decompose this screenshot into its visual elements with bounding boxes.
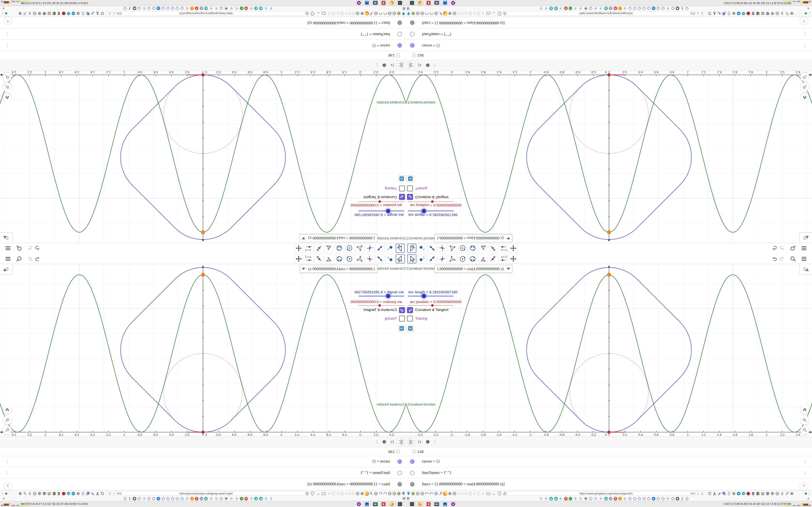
favicon-google[interactable]: G (594, 497, 598, 501)
favicon-geogebra[interactable] (123, 6, 127, 10)
favicon-geogebra[interactable] (685, 6, 689, 10)
algebra-tree-view-icon[interactable] (408, 61, 415, 69)
shield-icon[interactable] (310, 11, 315, 16)
favicon-geogebra[interactable] (166, 497, 170, 501)
slider-track[interactable] (408, 201, 454, 202)
favicon-globe-teal[interactable]: ◎ (604, 497, 608, 501)
favicon-f-red[interactable]: f (680, 497, 684, 501)
favicon-google[interactable]: G (185, 6, 189, 10)
gear-icon[interactable] (424, 438, 431, 445)
fx-icon[interactable]: ƒx (389, 438, 396, 445)
url-bar[interactable]: https://www.geogebra.org/classic/aagcxh3… (107, 491, 305, 496)
favicon-google[interactable]: G (539, 6, 543, 10)
favicon-google[interactable]: G (623, 497, 627, 501)
gauge-icon[interactable] (378, 492, 383, 496)
visibility-marble-icon[interactable] (398, 482, 402, 487)
undo-icon[interactable] (34, 244, 42, 252)
slider-track[interactable] (408, 210, 454, 212)
favicon-f-red[interactable]: f (680, 6, 684, 10)
favicon-geogebra[interactable] (661, 6, 665, 10)
taskbar-app-firefox[interactable] (418, 0, 423, 6)
tool-reflect-about-line-button[interactable] (489, 254, 498, 264)
arc-length-slider[interactable] (358, 210, 404, 212)
favicon-geogebra[interactable] (171, 6, 174, 10)
redo-icon[interactable] (26, 255, 34, 263)
back-arrow-icon[interactable]: ← (492, 11, 496, 16)
globe-color-icon[interactable] (52, 12, 56, 16)
slider-track[interactable] (358, 295, 404, 297)
favicon-geogebra[interactable] (642, 6, 646, 10)
tool-conic-through-points-button[interactable] (468, 254, 477, 264)
function-dropdown[interactable]: 1.000000000000 + cos(4.000000000000 x) (300, 234, 377, 242)
taskbar-app-save-64[interactable]: 64 (442, 501, 448, 507)
arc-position-point[interactable] (202, 431, 204, 434)
slider-track[interactable] (358, 201, 404, 202)
favicon-google[interactable]: G (578, 6, 582, 10)
arc-length-slider[interactable] (408, 210, 454, 212)
favicon-google[interactable]: G (230, 6, 234, 10)
profile-menu[interactable]: ⋮ (805, 11, 811, 16)
arc-length-slider[interactable] (358, 295, 404, 297)
ghost-icon[interactable] (457, 12, 460, 15)
favicon-geogebra[interactable] (661, 497, 665, 501)
tool-perpendicular-line-button[interactable] (365, 243, 374, 253)
favicon-google[interactable]: G (573, 6, 577, 10)
kebab-menu-icon[interactable]: ⋮ (803, 470, 807, 475)
play-skip-button[interactable] (398, 176, 405, 182)
favicon-google[interactable]: G (599, 497, 603, 501)
taskbar-app-media-purple[interactable] (356, 501, 361, 507)
favicon-geogebra[interactable] (152, 6, 156, 10)
favicon-google[interactable]: G (214, 497, 218, 501)
graphics-stylebar-toggle[interactable] (800, 264, 812, 275)
profile-menu[interactable]: ⋮ (1, 491, 7, 496)
search-icon[interactable] (789, 244, 797, 252)
redo-icon[interactable] (26, 244, 34, 252)
tool-conic-through-points-button[interactable] (468, 243, 477, 253)
kebab-menu-icon[interactable]: ⋮ (803, 459, 807, 464)
url-bar[interactable]: https://www.geogebra.org/classic/aagcxh3… (507, 11, 705, 16)
arc-position-point[interactable] (202, 74, 204, 76)
favicon-blue-dot[interactable]: ● (157, 6, 160, 10)
shield-dark-icon[interactable] (770, 12, 774, 16)
lock-icon[interactable] (503, 11, 507, 16)
ghost-icon[interactable] (457, 492, 460, 495)
help-button[interactable]: ? (800, 482, 808, 490)
taskbar-app-firefox[interactable] (389, 0, 394, 6)
favicon-leaf-green[interactable]: ✓ (240, 497, 243, 501)
back-arrow-icon[interactable]: ← (316, 491, 320, 496)
record-red-icon[interactable] (62, 492, 66, 496)
curvature-tangent-checkbox[interactable] (399, 307, 405, 313)
tool-slider-button[interactable]: a = 2 (499, 254, 508, 264)
taskbar-app-save-64[interactable]: 64 (364, 0, 370, 6)
favicon-globe-teal[interactable]: ◎ (259, 497, 263, 501)
record-red-icon[interactable] (746, 492, 750, 496)
tool-line-button[interactable] (375, 254, 385, 264)
favicon-wikipedia[interactable]: W (224, 497, 229, 501)
dot-icon[interactable] (328, 493, 330, 495)
favicon-google[interactable]: G (209, 6, 213, 10)
favicon-yandex[interactable]: Я (614, 6, 617, 10)
favicon-wikipedia[interactable]: W (584, 497, 588, 501)
taskbar-app-display[interactable] (434, 501, 439, 507)
save-page-icon[interactable] (113, 12, 115, 15)
curvature-point[interactable] (201, 231, 205, 234)
gear-icon[interactable] (424, 62, 431, 69)
kebab-menu-icon[interactable]: ⋮ (433, 62, 437, 69)
trash-icon[interactable] (57, 12, 61, 16)
curvature-point[interactable] (607, 273, 611, 276)
favicon-google[interactable]: G (539, 497, 543, 501)
favicon-gear-dark[interactable]: ✱ (133, 497, 136, 501)
zoom-in-icon[interactable] (800, 82, 809, 91)
dot-icon[interactable] (346, 493, 347, 495)
favicon-geogebra[interactable] (138, 497, 141, 501)
chevron-up-icon[interactable]: ∧ (807, 497, 810, 500)
favicon-geogebra[interactable] (219, 497, 223, 501)
gear-icon[interactable] (381, 62, 388, 69)
refresh-icon[interactable] (100, 492, 104, 496)
globe-icon[interactable] (416, 492, 420, 496)
folder-icon[interactable] (486, 11, 491, 16)
tool-perpendicular-line-button[interactable] (438, 254, 447, 264)
favicon-info[interactable]: i (609, 497, 612, 501)
shield-icon[interactable] (497, 491, 502, 496)
visibility-marble-icon[interactable] (410, 32, 414, 36)
